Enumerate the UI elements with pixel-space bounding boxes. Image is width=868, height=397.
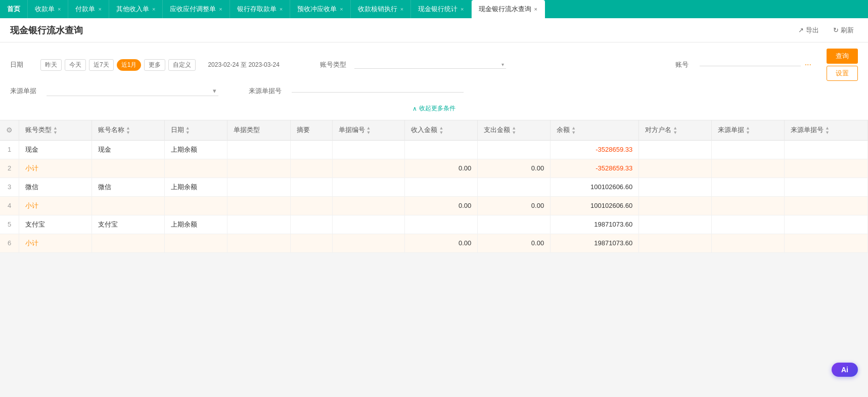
col-header-income[interactable]: 收入金额▲▼	[405, 120, 478, 140]
refresh-button[interactable]: ↻ 刷新	[829, 24, 858, 37]
col-header-counterparty[interactable]: 对方户名▲▼	[639, 120, 712, 140]
cell-doc_type	[227, 196, 291, 215]
table-container: ⚙账号类型▲▼账号名称▲▼日期▲▼单据类型摘要单据编号▲▼收入金额▲▼支出金额▲…	[0, 120, 868, 253]
cell-summary	[290, 234, 332, 252]
date-shortcut-4[interactable]: 更多	[144, 59, 165, 71]
col-header-expense[interactable]: 支出金额▲▼	[478, 120, 551, 140]
col-header-doc_no[interactable]: 单据编号▲▼	[332, 120, 405, 140]
cell-source_doc_no	[784, 159, 867, 178]
cell-expense	[478, 140, 551, 159]
account-label: 账号	[675, 60, 696, 69]
cell-summary	[290, 178, 332, 196]
cell-counterparty	[639, 140, 712, 159]
header-actions: ↗ 导出 ↻ 刷新	[794, 24, 858, 37]
cell-account_type: 小计	[19, 196, 92, 215]
cell-summary	[290, 140, 332, 159]
table-row[interactable]: 4小计0.000.00100102606.60	[0, 196, 868, 215]
date-shortcut-1[interactable]: 今天	[65, 59, 86, 71]
col-header-source_doc[interactable]: 来源单据▲▼	[712, 120, 785, 140]
close-icon[interactable]: ×	[280, 6, 283, 12]
table-row[interactable]: 1现金现金上期余额-3528659.33	[0, 140, 868, 159]
sort-icon-income: ▲▼	[439, 126, 443, 135]
close-icon[interactable]: ×	[461, 6, 464, 12]
close-icon[interactable]: ×	[58, 6, 61, 12]
source-doc-no-label: 来源单据号	[249, 86, 282, 96]
nav-tab-5[interactable]: 预收冲应收单×	[290, 0, 350, 18]
cell-income	[405, 178, 478, 196]
query-button[interactable]: 查询	[827, 49, 858, 64]
col-label-date: 日期	[171, 126, 184, 134]
cell-date: 上期余额	[164, 140, 227, 159]
date-shortcut-5[interactable]: 自定义	[168, 59, 196, 71]
settings-button[interactable]: 设置	[827, 66, 858, 81]
source-doc-no-input[interactable]	[292, 90, 464, 93]
cell-date	[164, 234, 227, 252]
cell-doc_no	[332, 215, 405, 234]
cell-counterparty	[639, 178, 712, 196]
col-header-date[interactable]: 日期▲▼	[164, 120, 227, 140]
close-icon[interactable]: ×	[400, 6, 403, 12]
close-icon[interactable]: ×	[219, 6, 222, 12]
nav-home[interactable]: 首页	[0, 0, 28, 18]
cell-income: 0.00	[405, 159, 478, 178]
cell-expense	[478, 178, 551, 196]
col-label-summary: 摘要	[297, 126, 310, 134]
nav-tab-1[interactable]: 付款单×	[68, 0, 109, 18]
nav-tab-6[interactable]: 收款核销执行×	[351, 0, 411, 18]
cell-doc_type	[227, 234, 291, 252]
account-type-select[interactable]: ▾	[354, 61, 506, 69]
close-icon[interactable]: ×	[340, 6, 343, 12]
cell-account_name	[92, 159, 164, 178]
nav-tab-8[interactable]: 现金银行流水查询×	[472, 0, 545, 18]
cell-account_type: 微信	[19, 178, 92, 196]
source-doc-select[interactable]: ▾	[47, 86, 218, 96]
nav-tab-7[interactable]: 现金银行统计×	[411, 0, 471, 18]
cell-account_type: 现金	[19, 140, 92, 159]
nav-tab-2[interactable]: 其他收入单×	[109, 0, 163, 18]
date-shortcut-2[interactable]: 近7天	[89, 59, 114, 71]
table-row[interactable]: 6小计0.000.0019871073.60	[0, 234, 868, 252]
cell-account_type: 小计	[19, 159, 92, 178]
cell-balance: 100102606.60	[551, 196, 639, 215]
col-header-source_doc_no[interactable]: 来源单据号▲▼	[784, 120, 867, 140]
col-header-account_type[interactable]: 账号类型▲▼	[19, 120, 92, 140]
cell-doc_no	[332, 140, 405, 159]
cell-income	[405, 215, 478, 234]
account-more-button[interactable]: ···	[805, 60, 811, 69]
nav-tab-4[interactable]: 银行存取款单×	[230, 0, 290, 18]
collapse-up-icon: ∧	[413, 105, 417, 112]
close-icon[interactable]: ×	[152, 6, 155, 12]
cell-account_name: 支付宝	[92, 215, 164, 234]
date-shortcut-0[interactable]: 昨天	[40, 59, 62, 71]
cell-doc_type	[227, 159, 291, 178]
cell-expense: 0.00	[478, 234, 551, 252]
col-header-doc_type: 单据类型	[227, 120, 291, 140]
col-label-balance: 余额	[557, 126, 570, 134]
table-row[interactable]: 2小计0.000.00-3528659.33	[0, 159, 868, 178]
nav-tab-0[interactable]: 收款单×	[28, 0, 68, 18]
nav-tab-label: 收款核销执行	[358, 5, 397, 14]
account-input[interactable]	[700, 64, 801, 66]
table-row[interactable]: 5支付宝支付宝上期余额19871073.60	[0, 215, 868, 234]
col-header-account_name[interactable]: 账号名称▲▼	[92, 120, 164, 140]
close-icon[interactable]: ×	[534, 6, 537, 12]
cell-source_doc	[712, 178, 785, 196]
cell-doc_no	[332, 159, 405, 178]
nav-tab-3[interactable]: 应收应付调整单×	[163, 0, 230, 18]
table-row[interactable]: 3微信微信上期余额100102606.60	[0, 178, 868, 196]
nav-tab-label: 预收冲应收单	[297, 5, 337, 14]
cell-doc_type	[227, 178, 291, 196]
cell-counterparty	[639, 196, 712, 215]
cell-settings: 6	[0, 234, 19, 252]
date-shortcut-3[interactable]: 近1月	[117, 59, 142, 71]
sort-icon-balance: ▲▼	[571, 126, 576, 135]
col-header-balance[interactable]: 余额▲▼	[551, 120, 639, 140]
export-button[interactable]: ↗ 导出	[794, 24, 823, 37]
table-settings-icon[interactable]: ⚙	[6, 126, 13, 134]
account-type-label: 账号类型	[320, 60, 346, 69]
collapse-bar[interactable]: ∧ 收起更多条件	[10, 101, 858, 114]
cell-source_doc_no	[784, 140, 867, 159]
close-icon[interactable]: ×	[98, 6, 101, 12]
cell-account_name	[92, 196, 164, 215]
filter-row-1: 日期 昨天今天近7天近1月更多自定义 2023-02-24 至 2023-03-…	[10, 49, 858, 81]
